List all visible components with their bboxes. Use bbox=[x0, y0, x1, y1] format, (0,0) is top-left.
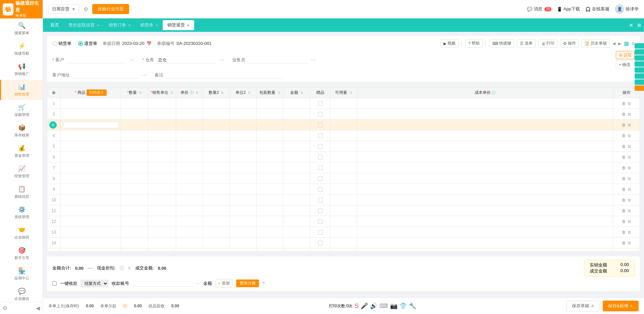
account-lookup-btn[interactable]: ··· bbox=[196, 281, 200, 286]
sidebar-item-finance[interactable]: 💰 资金管理 bbox=[0, 141, 43, 162]
table-cell-qty2[interactable] bbox=[203, 130, 230, 141]
calendar-icon[interactable]: 📅 bbox=[147, 41, 152, 46]
table-cell-product[interactable] bbox=[61, 130, 121, 141]
sidebar-item-marketing[interactable]: 📢 营销推广 bbox=[0, 59, 43, 80]
table-cell-unit[interactable] bbox=[148, 173, 176, 184]
table-cell-cost-price[interactable] bbox=[357, 163, 613, 173]
copy-row-btn[interactable]: ⧉ bbox=[628, 155, 631, 160]
table-cell-available[interactable] bbox=[330, 152, 357, 163]
table-cell-price[interactable] bbox=[176, 238, 203, 248]
table-cell-unit[interactable] bbox=[148, 248, 176, 251]
shortcut-btn[interactable]: ⌨ 快捷键 bbox=[489, 39, 514, 48]
table-cell-pack[interactable] bbox=[257, 184, 283, 195]
table-cell-product[interactable] bbox=[61, 163, 121, 173]
tab-sales-order[interactable]: 销售订单 ✕ bbox=[104, 20, 136, 30]
table-cell-available[interactable] bbox=[330, 248, 357, 251]
table-cell-cost-price[interactable] bbox=[357, 98, 613, 109]
table-settings-icon[interactable]: ⚙ bbox=[52, 90, 56, 95]
tshirt-icon[interactable]: 👕 bbox=[399, 302, 407, 310]
rf-contact-btn[interactable]: 联 bbox=[635, 61, 644, 67]
delete-row-btn[interactable]: 🗑 bbox=[622, 198, 626, 202]
gift-checkbox[interactable] bbox=[318, 230, 323, 235]
table-cell-qty2[interactable] bbox=[203, 152, 230, 163]
list-view-btn[interactable]: ≡ bbox=[632, 41, 635, 47]
gift-checkbox[interactable] bbox=[318, 176, 323, 181]
customer-lookup-btn[interactable]: ··· bbox=[130, 57, 134, 63]
delete-row-btn[interactable]: 🗑 bbox=[622, 166, 626, 170]
next-record-btn[interactable]: ▶ bbox=[618, 41, 621, 46]
table-cell-qty[interactable] bbox=[121, 216, 148, 227]
delete-row-btn[interactable]: 🗑 bbox=[622, 112, 626, 117]
copy-row-btn[interactable]: ⧉ bbox=[628, 133, 631, 138]
customer-input[interactable] bbox=[66, 57, 126, 63]
qty2-sort-icon[interactable]: ⇅ bbox=[221, 91, 224, 95]
table-cell-cost-price[interactable] bbox=[357, 238, 613, 248]
table-cell-unit2[interactable] bbox=[230, 130, 257, 141]
salesperson-input[interactable] bbox=[247, 57, 308, 63]
logistics-side-btn[interactable]: + 物流 bbox=[616, 61, 635, 69]
table-cell-cost-price[interactable] bbox=[357, 109, 613, 120]
delete-row-btn[interactable]: 🗑 bbox=[622, 144, 626, 149]
rf-star-btn[interactable]: 收 bbox=[635, 67, 644, 73]
table-cell-cost-price[interactable] bbox=[357, 173, 613, 184]
settings-side-btn[interactable]: ⚙ 设置 bbox=[616, 51, 635, 59]
tab-sales-order-close[interactable]: ✕ bbox=[128, 23, 131, 27]
price-sort-icon[interactable]: ⇅ bbox=[196, 91, 198, 95]
copy-row-btn[interactable]: ⧉ bbox=[628, 166, 631, 170]
tab-price-settings-close[interactable]: ✕ bbox=[97, 23, 99, 27]
table-cell-qty2[interactable] bbox=[203, 120, 230, 130]
speaker-icon[interactable]: 🔊 bbox=[370, 302, 377, 310]
tool-icon[interactable]: 🔧 bbox=[409, 302, 416, 310]
table-cell-price[interactable] bbox=[176, 120, 203, 130]
table-cell-product[interactable] bbox=[61, 152, 121, 163]
table-cell-amount[interactable] bbox=[283, 238, 310, 248]
table-cell-available[interactable] bbox=[330, 109, 357, 120]
address-lookup-btn[interactable]: ··· bbox=[142, 72, 147, 78]
table-cell-price[interactable] bbox=[176, 163, 203, 173]
table-cell-unit[interactable] bbox=[148, 216, 176, 227]
table-cell-qty[interactable] bbox=[121, 163, 148, 173]
table-cell-pack[interactable] bbox=[257, 205, 283, 216]
table-cell-price[interactable] bbox=[176, 205, 203, 216]
table-cell-unit[interactable] bbox=[148, 152, 176, 163]
table-cell-available[interactable] bbox=[330, 130, 357, 141]
table-cell-unit2[interactable] bbox=[230, 195, 257, 205]
prev-record-btn[interactable]: ◀ bbox=[612, 41, 615, 46]
table-cell-pack[interactable] bbox=[257, 98, 283, 109]
table-cell-available[interactable] bbox=[330, 216, 357, 227]
table-cell-qty[interactable] bbox=[121, 130, 148, 141]
table-cell-product[interactable] bbox=[61, 173, 121, 184]
table-cell-unit2[interactable] bbox=[230, 205, 257, 216]
fee-split-btn[interactable]: 费用分摊 bbox=[236, 279, 259, 287]
gift-checkbox[interactable] bbox=[318, 101, 323, 106]
gift-checkbox[interactable] bbox=[318, 123, 323, 127]
table-cell-unit[interactable] bbox=[148, 120, 176, 130]
help-btn[interactable]: ? 帮助 bbox=[465, 39, 483, 48]
remark-input[interactable] bbox=[165, 72, 283, 78]
copy-row-btn[interactable]: ⧉ bbox=[628, 187, 631, 192]
table-cell-product[interactable] bbox=[61, 195, 121, 205]
unit-sort-icon[interactable]: ⇅ bbox=[170, 91, 173, 95]
video-btn[interactable]: ▶ 视频 bbox=[440, 39, 459, 48]
table-cell-unit[interactable] bbox=[148, 109, 176, 120]
table-cell-amount[interactable] bbox=[283, 109, 310, 120]
table-cell-qty2[interactable] bbox=[203, 141, 230, 152]
copy-row-btn[interactable]: ⧉ bbox=[628, 101, 631, 106]
copy-row-btn[interactable]: ⧉ bbox=[628, 123, 631, 127]
table-cell-qty2[interactable] bbox=[203, 227, 230, 238]
add-payment-btn[interactable]: + 添加 bbox=[215, 279, 233, 288]
camera-icon[interactable]: 📷 bbox=[390, 302, 397, 310]
table-cell-cost-price[interactable] bbox=[357, 195, 613, 205]
table-cell-available[interactable] bbox=[330, 195, 357, 205]
table-cell-qty2[interactable] bbox=[203, 238, 230, 248]
rf-report-btn[interactable]: 报 bbox=[635, 55, 644, 61]
delete-row-btn[interactable]: 🗑 bbox=[622, 187, 626, 192]
sidebar-item-shortcut[interactable]: ⚡ 快捷导航 bbox=[0, 39, 43, 59]
table-cell-pack[interactable] bbox=[257, 163, 283, 173]
table-cell-qty[interactable] bbox=[121, 152, 148, 163]
table-cell-qty[interactable] bbox=[121, 109, 148, 120]
table-cell-product[interactable] bbox=[61, 109, 121, 120]
table-cell-qty2[interactable] bbox=[203, 98, 230, 109]
table-cell-price[interactable] bbox=[176, 152, 203, 163]
table-cell-product[interactable] bbox=[61, 238, 121, 248]
